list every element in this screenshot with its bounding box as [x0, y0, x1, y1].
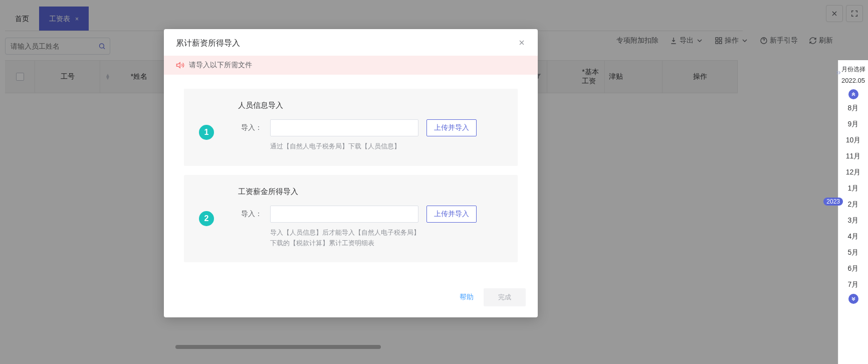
help-link[interactable]: 帮助: [460, 293, 474, 302]
modal-header: 累计薪资所得导入: [164, 29, 538, 56]
step-2-label: 导入：: [238, 210, 262, 219]
step-2-indicator: 2: [184, 187, 229, 226]
alert-icon: [176, 61, 185, 70]
step-2-upload-button[interactable]: 上传并导入: [426, 206, 477, 223]
step-2-number: 2: [199, 211, 214, 226]
modal-body: 1 人员信息导入 导入： 上传并导入 通过【自然人电子税务局】下载【人员信息】 …: [164, 75, 538, 281]
month-item[interactable]: 5月: [838, 245, 868, 261]
month-scroll-down[interactable]: [848, 294, 858, 304]
month-item[interactable]: 11月: [838, 148, 868, 164]
month-item[interactable]: 9月: [838, 116, 868, 132]
year-badge: 2023: [823, 198, 843, 206]
modal-alert-text: 请导入以下所需文件: [189, 61, 252, 70]
modal-title: 累计薪资所得导入: [176, 38, 240, 49]
month-item[interactable]: 8月: [838, 100, 868, 116]
step-1-card: 1 人员信息导入 导入： 上传并导入 通过【自然人电子税务局】下载【人员信息】: [184, 89, 518, 166]
modal-close-button[interactable]: [518, 39, 526, 49]
month-item[interactable]: 2月: [838, 197, 868, 213]
step-2-file-input[interactable]: [270, 206, 418, 223]
step-1-file-input[interactable]: [270, 119, 418, 136]
step-2-card: 2 工资薪金所得导入 导入： 上传并导入 导入【人员信息】后才能导入【自然人电子…: [184, 175, 518, 263]
month-item[interactable]: 4月: [838, 229, 868, 245]
modal-footer: 帮助 完成: [164, 281, 538, 317]
step-1-indicator: 1: [184, 101, 229, 140]
month-current: 2022.05: [841, 76, 865, 88]
step-1-hint: 通过【自然人电子税务局】下载【人员信息】: [270, 141, 425, 152]
done-button[interactable]: 完成: [484, 288, 526, 306]
month-item[interactable]: 1月: [838, 180, 868, 197]
month-item[interactable]: 3月: [838, 213, 868, 229]
step-1-number: 1: [199, 125, 214, 140]
import-modal: 累计薪资所得导入 请导入以下所需文件 1 人员信息导入 导入： 上传并导入: [164, 29, 538, 317]
step-2-hint: 导入【人员信息】后才能导入【自然人电子税务局】下载的【税款计算】累计工资明细表: [270, 228, 425, 249]
month-item[interactable]: 6月: [838, 261, 868, 277]
month-panel-title: 月份选择: [841, 63, 865, 76]
month-scroll-up[interactable]: [848, 89, 858, 99]
month-item[interactable]: 7月: [838, 277, 868, 293]
step-1-upload-button[interactable]: 上传并导入: [426, 119, 477, 136]
month-item[interactable]: 10月: [838, 132, 868, 148]
step-1-title: 人员信息导入: [238, 101, 503, 110]
modal-alert: 请导入以下所需文件: [164, 56, 538, 75]
month-item[interactable]: 12月: [838, 164, 868, 180]
month-panel-collapse[interactable]: [834, 60, 843, 85]
step-1-label: 导入：: [238, 123, 262, 132]
app-root: 首页 工资表 × 专项附加扣除 导出 操作: [0, 0, 868, 364]
month-panel: 月份选择 2022.05 8月 9月 10月 11月 12月 1月 2月 3月 …: [838, 60, 868, 364]
step-2-title: 工资薪金所得导入: [238, 187, 503, 197]
